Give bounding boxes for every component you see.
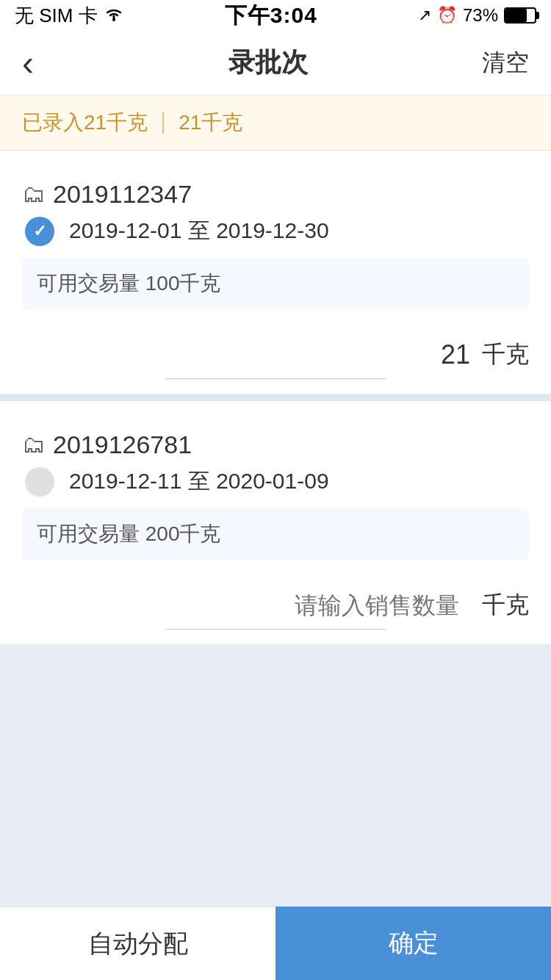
battery-icon [504, 7, 536, 24]
quantity-unit-1: 千克 [482, 339, 529, 371]
clear-button[interactable]: 清空 [470, 47, 529, 79]
batch-avail-2: 可用交易量 200千克 [22, 508, 529, 560]
batch-date-2: 2019-12-11 至 2020-01-09 [69, 466, 329, 497]
quantity-divider-1 [165, 378, 386, 379]
alarm-icon: ⏰ [437, 6, 457, 25]
info-banner: 已录入21千克 21千克 [0, 96, 551, 151]
batch-item-1: 🗂 2019112347 ✓ 2019-12-01 至 2019-12-30 可… [0, 151, 551, 394]
quantity-divider-2 [165, 629, 386, 630]
quantity-row-1: 21 千克 [22, 324, 529, 378]
section-divider [0, 394, 551, 401]
status-time: 下午3:04 [225, 1, 317, 31]
batch-date-row-1[interactable]: ✓ 2019-12-01 至 2019-12-30 [22, 216, 529, 246]
status-left: 无 SIM 卡 [15, 3, 124, 29]
bottom-bar: 自动分配 确定 [0, 907, 551, 980]
info-divider [162, 112, 164, 134]
back-button[interactable]: ‹ [22, 43, 66, 83]
batch-date-1: 2019-12-01 至 2019-12-30 [69, 216, 329, 246]
status-right: ↗ ⏰ 73% [418, 5, 536, 26]
wifi-icon [104, 4, 124, 27]
batch-id-icon-2: 🗂 [22, 431, 46, 458]
battery-percent: 73% [463, 5, 498, 26]
status-bar: 无 SIM 卡 下午3:04 ↗ ⏰ 73% [0, 0, 551, 31]
page-title: 录批次 [66, 45, 470, 81]
batch-id-1: 2019112347 [53, 180, 192, 209]
nav-bar: ‹ 录批次 清空 [0, 31, 551, 96]
batch-id-row-1: 🗂 2019112347 [22, 173, 529, 209]
info-value: 21千克 [179, 109, 242, 137]
batch-id-row-2: 🗂 2019126781 [22, 423, 529, 459]
batch-avail-1: 可用交易量 100千克 [22, 258, 529, 309]
batch-date-row-2[interactable]: 2019-12-11 至 2020-01-09 [22, 466, 529, 497]
carrier-text: 无 SIM 卡 [15, 3, 98, 29]
auto-distribute-button[interactable]: 自动分配 [0, 907, 276, 980]
batch-id-2: 2019126781 [53, 430, 192, 459]
confirm-button[interactable]: 确定 [276, 907, 551, 980]
svg-point-0 [112, 18, 115, 21]
input-unit-2: 千克 [482, 589, 529, 621]
location-icon: ↗ [418, 6, 431, 25]
batch-item-2: 🗂 2019126781 2019-12-11 至 2020-01-09 可用交… [0, 401, 551, 644]
input-row-2: 千克 [22, 574, 529, 629]
info-recorded-label: 已录入21千克 [22, 109, 148, 137]
quantity-value-1: 21 [441, 339, 470, 370]
radio-checked-1[interactable]: ✓ [25, 217, 54, 246]
checkmark-1: ✓ [33, 222, 46, 241]
radio-unchecked-2[interactable] [25, 467, 54, 497]
batch-id-icon-1: 🗂 [22, 181, 46, 208]
quantity-input-2[interactable] [250, 592, 470, 619]
